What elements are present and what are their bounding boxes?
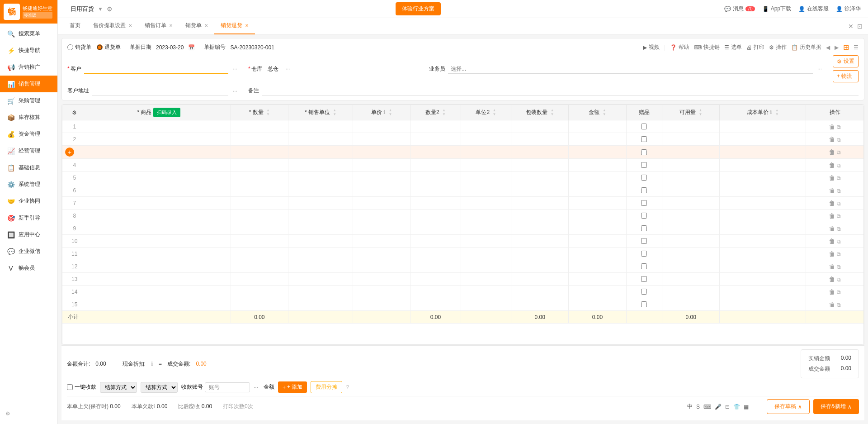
amount-cell-5[interactable] [569, 172, 626, 184]
address-select-btn[interactable]: ··· [231, 88, 239, 94]
sidebar-item-system[interactable]: ⚙️ 系统管理 [0, 176, 57, 193]
available-cell-2[interactable] [662, 133, 720, 146]
qty-cell-12[interactable] [231, 260, 288, 273]
product-input-5[interactable] [90, 175, 228, 181]
scan-btn[interactable]: 扫码录入 [153, 108, 180, 117]
radio-sale-input[interactable] [67, 44, 73, 50]
tab-home[interactable]: 首页 [63, 18, 87, 34]
unit2-cell-7[interactable] [461, 197, 511, 210]
qty2-cell-8[interactable] [410, 210, 461, 222]
unit-price-cell-15[interactable] [353, 298, 410, 311]
pack-qty-cell-9[interactable] [511, 222, 569, 235]
gift-cell-15[interactable] [626, 298, 662, 311]
product-input-4[interactable] [90, 162, 228, 168]
gift-check-11[interactable] [641, 251, 647, 257]
unit-price-cell-6[interactable] [353, 184, 410, 197]
available-cell-8[interactable] [662, 210, 720, 222]
sale-unit-cell-7[interactable] [288, 197, 353, 210]
qty2-cell-12[interactable] [410, 260, 461, 273]
unit-price-cell-1[interactable] [353, 120, 410, 133]
sidebar-item-finance[interactable]: 💰 资金管理 [0, 126, 57, 143]
grid-view-btn[interactable]: ⊞ [843, 43, 849, 52]
tab-sales-return-close[interactable]: ✕ [245, 23, 249, 28]
delete-btn-4[interactable]: 🗑 [829, 162, 835, 169]
tab-sales-order-close[interactable]: ✕ [169, 23, 173, 28]
unit2-cell-9[interactable] [461, 222, 511, 235]
copy-btn-11[interactable]: ⧉ [837, 251, 841, 257]
delete-btn-10[interactable]: 🗑 [829, 238, 835, 245]
sale-unit-cell-2[interactable] [288, 133, 353, 146]
product-input-9[interactable] [90, 225, 228, 232]
sale-unit-cell-12[interactable] [288, 260, 353, 273]
pack-qty-cell-8[interactable] [511, 210, 569, 222]
unit2-cell-12[interactable] [461, 260, 511, 273]
pack-qty-cell-3[interactable] [511, 146, 569, 159]
sale-unit-cell-11[interactable] [288, 248, 353, 260]
copy-btn-14[interactable]: ⧉ [837, 289, 841, 295]
tab-sales-return[interactable]: 销货退货 ✕ [214, 18, 255, 34]
sale-unit-cell-15[interactable] [288, 298, 353, 311]
product-cell-15[interactable] [87, 298, 231, 311]
online-service-btn[interactable]: 👤 在线客服 [798, 5, 829, 13]
available-cell-11[interactable] [662, 248, 720, 260]
product-cell-1[interactable] [87, 120, 231, 133]
qty-cell-3[interactable] [231, 146, 288, 159]
available-cell-13[interactable] [662, 273, 720, 286]
amount-cell-2[interactable] [569, 133, 626, 146]
gift-check-2[interactable] [641, 136, 647, 142]
pack-qty-cell-1[interactable] [511, 120, 569, 133]
unit2-cell-10[interactable] [461, 235, 511, 248]
user-avatar[interactable]: 👤 徐泽华 [836, 5, 861, 13]
delete-btn-15[interactable]: 🗑 [829, 301, 835, 308]
delete-btn-8[interactable]: 🗑 [829, 212, 835, 219]
product-cell-7[interactable] [87, 197, 231, 210]
sidebar-item-search[interactable]: 🔍 搜索菜单 [0, 25, 57, 42]
unit-price-cell-4[interactable] [353, 159, 410, 172]
qty-cell-8[interactable] [231, 210, 288, 222]
tab-maximize[interactable]: ⊡ [857, 23, 863, 30]
cost-price-cell-8[interactable] [720, 210, 806, 222]
unit-price-cell-7[interactable] [353, 197, 410, 210]
product-input-12[interactable] [90, 263, 228, 270]
sidebar-item-inventory[interactable]: 📦 库存核算 [0, 109, 57, 126]
pack-qty-cell-15[interactable] [511, 298, 569, 311]
copy-btn-8[interactable]: ⧉ [837, 213, 841, 219]
product-input-15[interactable] [90, 301, 228, 308]
pack-qty-cell-4[interactable] [511, 159, 569, 172]
delete-btn-9[interactable]: 🗑 [829, 225, 835, 232]
pack-qty-cell-14[interactable] [511, 286, 569, 298]
unit-price-cell-12[interactable] [353, 260, 410, 273]
cost-price-cell-4[interactable] [720, 159, 806, 172]
app-download-btn[interactable]: 📱 App下载 [762, 5, 791, 13]
available-cell-7[interactable] [662, 197, 720, 210]
gift-cell-12[interactable] [626, 260, 662, 273]
cost-price-cell-12[interactable] [720, 260, 806, 273]
product-input-2[interactable] [90, 136, 228, 143]
copy-btn-7[interactable]: ⧉ [837, 200, 841, 207]
gift-cell-3[interactable] [626, 146, 662, 159]
sidebar-item-guide[interactable]: 🎯 新手引导 [0, 210, 57, 226]
gift-check-5[interactable] [641, 175, 647, 181]
amount-cell-6[interactable] [569, 184, 626, 197]
gift-check-3[interactable] [641, 149, 647, 155]
video-btn[interactable]: ▶ 视频 [643, 43, 660, 51]
message-btn[interactable]: 💬 消息 70 [724, 5, 755, 13]
unit2-cell-1[interactable] [461, 120, 511, 133]
product-cell-14[interactable] [87, 286, 231, 298]
gift-cell-7[interactable] [626, 197, 662, 210]
qty2-cell-4[interactable] [410, 159, 461, 172]
product-input-3[interactable] [90, 149, 228, 155]
amount-cell-12[interactable] [569, 260, 626, 273]
pack-qty-cell-12[interactable] [511, 260, 569, 273]
unit-price-cell-8[interactable] [353, 210, 410, 222]
cost-price-cell-5[interactable] [720, 172, 806, 184]
gift-cell-11[interactable] [626, 248, 662, 260]
product-cell-9[interactable] [87, 222, 231, 235]
unit2-cell-6[interactable] [461, 184, 511, 197]
available-cell-4[interactable] [662, 159, 720, 172]
copy-btn-2[interactable]: ⧉ [837, 137, 841, 143]
product-input-1[interactable] [90, 124, 228, 130]
product-input-8[interactable] [90, 213, 228, 219]
cost-price-cell-13[interactable] [720, 273, 806, 286]
product-input-11[interactable] [90, 251, 228, 257]
